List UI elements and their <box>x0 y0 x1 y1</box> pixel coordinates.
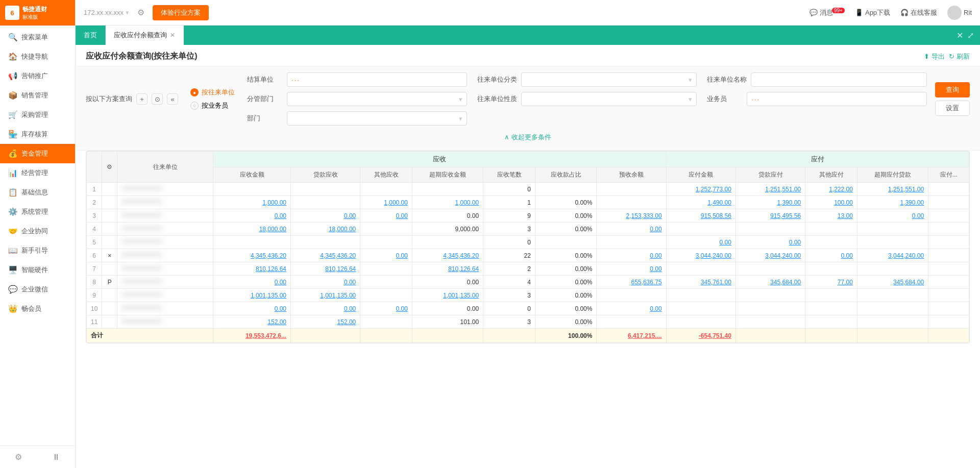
row-ap-amount-5[interactable]: 0.00 <box>666 236 736 249</box>
row-ar-overdue-7[interactable]: 810,126.64 <box>412 262 483 276</box>
salesman-input[interactable]: ··· <box>747 92 927 106</box>
row-ap-amount-2[interactable]: 1,490.00 <box>666 196 736 209</box>
sidebar-item-collab[interactable]: 🤝 企业协同 <box>0 221 75 241</box>
dept-input[interactable]: ▾ <box>287 111 467 126</box>
total-ap-amount[interactable]: -654,751.40 <box>666 329 736 343</box>
row-ar-amount-2[interactable]: 1,000.00 <box>213 196 291 209</box>
row-ar-loan-6[interactable]: 4,345,436.20 <box>291 249 360 262</box>
add-scheme-button[interactable]: + <box>136 93 148 105</box>
sidebar-item-hardware[interactable]: 🖥️ 智能硬件 <box>0 260 75 280</box>
row-ap-other-1[interactable]: 1,222.00 <box>805 183 857 196</box>
row-ap-other-8[interactable]: 77.00 <box>805 276 857 289</box>
online-service-btn[interactable]: 🎧 在线客服 <box>900 8 937 17</box>
sidebar-item-sales[interactable]: 📦 销售管理 <box>0 86 75 105</box>
row-ap-overdue-8[interactable]: 345,684.00 <box>857 276 928 289</box>
sidebar-item-marketing[interactable]: 📢 营销推广 <box>0 66 75 86</box>
refresh-button[interactable]: ↻ 刷新 <box>949 52 970 61</box>
row-prepay-10[interactable]: 0.00 <box>597 302 666 315</box>
partner-nature-input[interactable]: ▾ <box>521 92 697 106</box>
sidebar-settings-btn[interactable]: ⚙ <box>11 450 26 464</box>
row-ar-loan-8[interactable]: 0.00 <box>291 276 360 289</box>
export-button[interactable]: ⬆ 导出 <box>924 52 945 61</box>
total-ar-amount[interactable]: 19,553,472,6... <box>213 329 291 343</box>
row-ap-loan-3[interactable]: 915,495.56 <box>736 209 805 223</box>
row-ar-amount-7[interactable]: 810,126.64 <box>213 262 291 276</box>
row-ar-overdue-6[interactable]: 4,345,436.20 <box>412 249 483 262</box>
row-ar-other-10[interactable]: 0.00 <box>360 302 412 315</box>
row-ap-loan-2[interactable]: 1,390.00 <box>736 196 805 209</box>
tab-ar-ap[interactable]: 应收应付余额查询 ✕ <box>106 26 184 45</box>
user-avatar-area[interactable]: Rit <box>947 6 972 20</box>
row-ar-overdue-9[interactable]: 1,001,135.00 <box>412 289 483 302</box>
sidebar-item-basic[interactable]: 📋 基础信息 <box>0 183 75 202</box>
row-ap-other-3[interactable]: 13.00 <box>805 209 857 223</box>
tab-close-window-icon[interactable]: ✕ <box>957 31 963 40</box>
row-ar-amount-10[interactable]: 0.00 <box>213 302 291 315</box>
setting-button[interactable]: 设置 <box>935 101 970 116</box>
row-ar-loan-3[interactable]: 0.00 <box>291 209 360 223</box>
scheme-by-salesman[interactable]: ○ 按业务员 <box>186 100 239 112</box>
row-ar-other-3[interactable]: 0.00 <box>360 209 412 223</box>
row-prepay-7[interactable]: 0.00 <box>597 262 666 276</box>
messages-btn[interactable]: 💬 消息 99+ <box>810 8 845 17</box>
row-ar-loan-9[interactable]: 1,001,135.00 <box>291 289 360 302</box>
sidebar-item-quick-nav[interactable]: 🏠 快捷导航 <box>0 47 75 66</box>
query-button[interactable]: 查询 <box>935 82 970 97</box>
sidebar-item-guide[interactable]: 📖 新手引导 <box>0 241 75 260</box>
collapse-scheme-button[interactable]: « <box>167 93 178 105</box>
sidebar-item-wechat[interactable]: 💬 企业微信 <box>0 280 75 299</box>
row-ar-loan-7[interactable]: 810,126.64 <box>291 262 360 276</box>
gear-icon[interactable]: ⚙ <box>135 6 146 19</box>
row-ap-loan-1[interactable]: 1,251,551.00 <box>736 183 805 196</box>
row-ar-loan-11[interactable]: 152.00 <box>291 315 360 329</box>
row-prepay-4[interactable]: 0.00 <box>597 223 666 236</box>
row-ar-overdue-2[interactable]: 1,000.00 <box>412 196 483 209</box>
row-ar-amount-3[interactable]: 0.00 <box>213 209 291 223</box>
row-ap-other-2[interactable]: 100.00 <box>805 196 857 209</box>
row-ar-amount-8[interactable]: 0.00 <box>213 276 291 289</box>
plan-button[interactable]: 体验行业方案 <box>153 5 209 20</box>
row-ap-amount-3[interactable]: 915,508.56 <box>666 209 736 223</box>
collapse-btn[interactable]: ∧ 收起更多条件 <box>86 131 970 144</box>
sidebar-item-system[interactable]: ⚙️ 系统管理 <box>0 202 75 221</box>
row-ap-amount-8[interactable]: 345,761.00 <box>666 276 736 289</box>
row-ap-loan-6[interactable]: 3,044,240.00 <box>736 249 805 262</box>
row-ar-amount-9[interactable]: 1,001,135.00 <box>213 289 291 302</box>
app-download-btn[interactable]: 📱 App下载 <box>855 8 890 17</box>
row-ar-loan-10[interactable]: 0.00 <box>291 302 360 315</box>
sidebar-item-inventory[interactable]: 🏪 库存核算 <box>0 125 75 144</box>
row-prepay-8[interactable]: 655,636.75 <box>597 276 666 289</box>
partner-name-input[interactable] <box>751 72 927 87</box>
tab-expand-icon[interactable]: ⤢ <box>967 31 974 40</box>
row-ap-overdue-3[interactable]: 0.00 <box>857 209 928 223</box>
row-ap-overdue-6[interactable]: 3,044,240.00 <box>857 249 928 262</box>
sidebar-item-search[interactable]: 🔍 搜索菜单 <box>0 28 75 47</box>
row-prepay-3[interactable]: 2,153,333.00 <box>597 209 666 223</box>
row-ar-amount-4[interactable]: 18,000.00 <box>213 223 291 236</box>
division-input[interactable]: ▾ <box>287 92 467 106</box>
partner-category-input[interactable]: ▾ <box>521 72 697 87</box>
tab-home[interactable]: 首页 <box>76 26 106 45</box>
sidebar-item-purchase[interactable]: 🛒 采购管理 <box>0 105 75 125</box>
tab-close-icon[interactable]: ✕ <box>170 32 175 39</box>
row-ap-other-6[interactable]: 0.00 <box>805 249 857 262</box>
row-ap-overdue-2[interactable]: 1,390.00 <box>857 196 928 209</box>
settlement-input[interactable]: ··· <box>287 72 467 87</box>
sidebar-item-member[interactable]: 👑 畅会员 <box>0 299 75 318</box>
edit-scheme-button[interactable]: ⊙ <box>152 93 163 105</box>
row-ap-overdue-1[interactable]: 1,251,551.00 <box>857 183 928 196</box>
row-ap-amount-6[interactable]: 3,044,240.00 <box>666 249 736 262</box>
row-ar-loan-4[interactable]: 18,000.00 <box>291 223 360 236</box>
row-prepay-6[interactable]: 0.00 <box>597 249 666 262</box>
sidebar-item-finance[interactable]: 💰 资金管理 <box>0 144 75 163</box>
row-ar-amount-11[interactable]: 152.00 <box>213 315 291 329</box>
row-ar-amount-6[interactable]: 4,345,436.20 <box>213 249 291 262</box>
sidebar-item-operation[interactable]: 📊 经营管理 <box>0 163 75 183</box>
row-ap-loan-8[interactable]: 345,684.00 <box>736 276 805 289</box>
row-ar-other-6[interactable]: 0.00 <box>360 249 412 262</box>
row-ap-loan-5[interactable]: 0.00 <box>736 236 805 249</box>
sidebar-collapse-btn[interactable]: ⏸ <box>48 451 64 464</box>
row-ap-amount-1[interactable]: 1,252,773.00 <box>666 183 736 196</box>
row-ar-other-2[interactable]: 1,000.00 <box>360 196 412 209</box>
scheme-by-partner[interactable]: ● 按往来单位 <box>186 86 239 98</box>
